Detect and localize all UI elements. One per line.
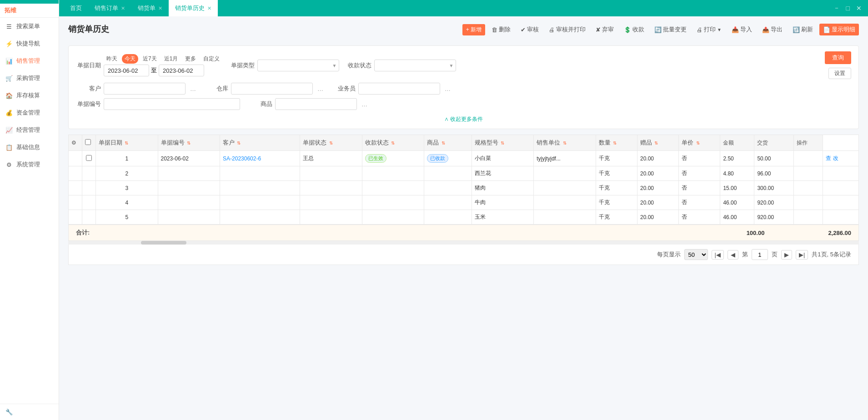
warehouse-dots[interactable]: … — [317, 85, 323, 92]
date-from-input[interactable] — [104, 65, 149, 76]
row-3-checkbox — [82, 181, 96, 195]
print-icon: 🖨 — [697, 26, 702, 33]
sidebar-item-base-info[interactable]: 📋 基础信息 — [0, 139, 59, 156]
th-gear[interactable]: ⚙ — [69, 135, 82, 151]
row-1-doc-no-link[interactable]: SA-20230602-6 — [223, 155, 261, 162]
per-page-select[interactable]: 50 100 200 — [684, 249, 708, 260]
customer-input[interactable] — [104, 83, 186, 95]
sidebar-bottom-settings[interactable]: 🔧 — [0, 404, 59, 420]
delete-button[interactable]: 🗑 删除 — [488, 24, 514, 35]
audit-print-button[interactable]: 🖨 审核并打印 — [545, 24, 589, 35]
goods-input[interactable] — [275, 98, 357, 110]
sidebar-item-purchase-mgmt[interactable]: 🛒 采购管理 — [0, 70, 59, 87]
horizontal-scrollbar[interactable] — [68, 241, 859, 245]
row-4-gift: 否 — [679, 195, 720, 210]
filter-doc-no: 单据编号 — [76, 98, 240, 110]
goods-sort-icon[interactable]: ⇅ — [442, 140, 445, 145]
next-page-button[interactable]: ▶ — [781, 250, 792, 260]
doc-type-label: 单据类型 — [230, 61, 255, 70]
date-sort-icon[interactable]: ⇅ — [125, 140, 128, 145]
tab-sales-goods-close[interactable]: ✕ — [158, 5, 162, 11]
customer-dots[interactable]: … — [190, 85, 196, 92]
query-button[interactable]: 查询 — [825, 51, 851, 64]
row-1-action-改[interactable]: 改 — [833, 155, 838, 161]
show-detail-button[interactable]: 📄 显示明细 — [819, 24, 859, 35]
date-pills: 昨天 今天 近7天 近1月 更多 自定义 — [104, 54, 222, 64]
row-2-spec — [534, 166, 596, 181]
tab-sales-order[interactable]: 销售订单 ✕ — [88, 0, 131, 16]
filter-doc-type: 单据类型 ▼ — [230, 60, 339, 71]
customer-sort-icon[interactable]: ⇅ — [237, 140, 241, 145]
sidebar-item-search-menu[interactable]: ☰ 搜索菜单 — [0, 18, 59, 35]
tab-sales-goods[interactable]: 销货单 ✕ — [131, 0, 169, 16]
th-doc-status-label: 单据状态 — [303, 139, 326, 146]
row-3-price: 15.00 — [720, 181, 754, 195]
refresh-button[interactable]: 🔃 刷新 — [789, 24, 817, 35]
th-checkbox[interactable] — [82, 135, 96, 151]
sidebar-item-inventory[interactable]: 🏠 库存核算 — [0, 87, 59, 104]
pill-yesterday[interactable]: 昨天 — [104, 54, 120, 64]
set-button[interactable]: 设置 — [828, 68, 851, 79]
pill-today[interactable]: 今天 — [122, 54, 138, 64]
sidebar-item-sys-mgmt[interactable]: ⚙ 系统管理 — [0, 156, 59, 173]
pill-1month[interactable]: 近1月 — [161, 54, 181, 64]
doc-no-input[interactable] — [104, 98, 240, 110]
new-button[interactable]: + 新增 — [462, 24, 485, 35]
spec-sort-icon[interactable]: ⇅ — [501, 140, 504, 145]
abandon-button[interactable]: ✘ 弃审 — [592, 24, 617, 35]
scrollbar-thumb[interactable] — [141, 241, 186, 245]
row-1-checkbox-input[interactable] — [86, 155, 92, 161]
goods-dots[interactable]: … — [361, 101, 367, 108]
close-button[interactable]: ✕ — [854, 4, 863, 13]
sidebar-item-operation[interactable]: 📈 经营管理 — [0, 121, 59, 139]
print-button[interactable]: 🖨 打印 ▼ — [693, 24, 725, 35]
warehouse-input[interactable] — [231, 83, 313, 95]
sidebar-item-quick-nav[interactable]: ⚡ 快捷导航 — [0, 35, 59, 52]
price-sort-icon[interactable]: ⇅ — [696, 140, 700, 145]
sidebar-item-finance[interactable]: 💰 资金管理 — [0, 104, 59, 121]
collapse-button[interactable]: ∧ 收起更多条件 — [444, 115, 483, 123]
operation-icon: 📈 — [5, 126, 13, 134]
date-to-input[interactable] — [159, 65, 204, 76]
collect-status-input[interactable] — [374, 60, 456, 71]
sidebar-item-sales-mgmt[interactable]: 📊 销售管理 — [0, 52, 59, 70]
salesman-input[interactable] — [358, 83, 440, 95]
pill-custom[interactable]: 自定义 — [201, 54, 222, 64]
minimize-button[interactable]: － — [832, 3, 842, 13]
gift-sort-icon[interactable]: ⇅ — [654, 140, 658, 145]
page-number-input[interactable] — [752, 249, 768, 260]
pill-7days[interactable]: 近7天 — [140, 54, 160, 64]
doc-type-input[interactable] — [257, 60, 339, 71]
import-button[interactable]: 📥 导入 — [728, 24, 756, 35]
th-collect-status-label: 收款状态 — [365, 139, 389, 146]
last-page-button[interactable]: ▶| — [796, 250, 808, 260]
tab-sales-history[interactable]: 销货单历史 ✕ — [169, 0, 218, 16]
collect-icon: 💲 — [624, 26, 631, 33]
row-2-amount: 96.00 — [754, 166, 794, 181]
row-2-customer — [300, 166, 362, 181]
first-page-button[interactable]: |◀ — [712, 250, 724, 260]
tab-sales-order-close[interactable]: ✕ — [121, 5, 125, 11]
salesman-dots[interactable]: … — [445, 85, 451, 92]
collect-button[interactable]: 💲 收款 — [620, 24, 648, 35]
row-1-action-查[interactable]: 查 — [826, 155, 831, 161]
maximize-button[interactable]: □ — [844, 4, 852, 13]
doc-no-sort-icon[interactable]: ⇅ — [187, 140, 191, 145]
delete-icon: 🗑 — [492, 26, 497, 33]
select-all-checkbox[interactable] — [85, 139, 91, 145]
pill-more[interactable]: 更多 — [182, 54, 199, 64]
collect-status-sort-icon[interactable]: ⇅ — [391, 140, 395, 145]
filter-row-1: 单据日期 昨天 今天 近7天 近1月 更多 自定义 至 — [76, 51, 851, 79]
unit-sort-icon[interactable]: ⇅ — [563, 140, 567, 145]
prev-page-button[interactable]: ◀ — [728, 250, 738, 260]
audit-button[interactable]: ✔ 审核 — [517, 24, 542, 35]
tab-home[interactable]: 首页 — [64, 0, 88, 16]
export-button[interactable]: 📤 导出 — [758, 24, 786, 35]
purchase-mgmt-icon: 🛒 — [5, 75, 13, 82]
print-dropdown-icon: ▼ — [717, 27, 722, 32]
qty-sort-icon[interactable]: ⇅ — [613, 140, 617, 145]
date-range: 至 — [104, 65, 222, 76]
batch-change-button[interactable]: 🔄 批量变更 — [651, 24, 690, 35]
doc-status-sort-icon[interactable]: ⇅ — [329, 140, 333, 145]
tab-sales-history-close[interactable]: ✕ — [207, 5, 211, 11]
